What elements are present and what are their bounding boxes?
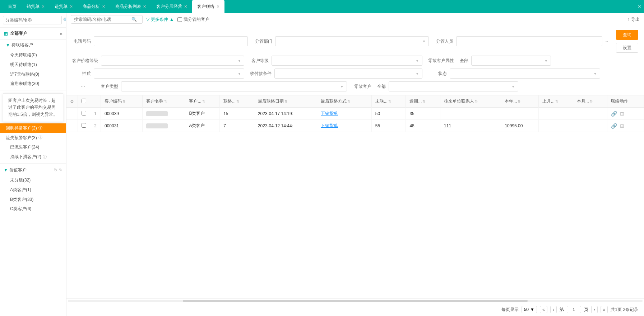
nav-product-analysis[interactable]: 商品分析 ×	[78, 0, 110, 13]
retail-attr-select[interactable]: ▼	[471, 56, 551, 66]
nature-select[interactable]: ▼	[94, 69, 244, 79]
my-customer-checkbox[interactable]: 我分管的客户	[177, 16, 209, 23]
th-contact[interactable]: 联络... ⇅	[220, 95, 254, 108]
row2-grid-icon[interactable]: ⊞	[620, 123, 624, 129]
sidebar-item-a-class[interactable]: A类客户(1)	[0, 185, 66, 195]
pagination-bar: 每页显示 50 ▼ « ‹ 第 页 › » 共1页 2条记录	[66, 303, 644, 316]
close-product-analysis[interactable]: ×	[102, 0, 105, 13]
phone-input[interactable]	[94, 36, 248, 46]
wait-contact-group[interactable]: ▼ 待联络客户	[0, 40, 66, 50]
sidebar-item-ungrouped[interactable]: 未分组(32)	[0, 175, 66, 185]
row1-name	[143, 108, 185, 120]
refresh-icon[interactable]: ↻	[54, 168, 57, 173]
close-customer-stratification[interactable]: ×	[184, 0, 187, 13]
nav-home[interactable]: 首页	[3, 0, 22, 13]
next-page-btn[interactable]: ›	[591, 306, 598, 313]
first-page-btn[interactable]: «	[540, 306, 547, 313]
close-all-btn[interactable]: ×	[638, 3, 641, 10]
more-conditions-btn[interactable]: ▽ 更多条件 ▲	[146, 16, 174, 23]
filter-search-icon[interactable]: 🔍	[131, 17, 137, 22]
sort-icon-this-year: ⇅	[518, 99, 520, 103]
sidebar-search-icon[interactable]: 🔍	[63, 18, 66, 23]
close-sales-order[interactable]: ×	[42, 0, 45, 13]
settings-btn[interactable]: 设置	[616, 43, 638, 53]
th-name[interactable]: 客户名称 ⇅	[143, 95, 185, 108]
th-overdue[interactable]: 逾期... ⇅	[406, 95, 440, 108]
retail-cust-arrow: ▼	[511, 85, 515, 89]
filter-row-1: 电话号码 分管部门 ▼ 分管人员 ··· 查询 设置	[72, 30, 638, 53]
person-input[interactable]	[456, 36, 602, 46]
row1-last-method[interactable]: 下销货单	[317, 108, 372, 120]
payment-select[interactable]: ▼	[274, 69, 422, 79]
sidebar-item-repeat-abnormal[interactable]: 回购异常客户(2) ⓘ	[0, 123, 66, 133]
all-customers-header[interactable]: ⊞ 全部客户 »	[0, 28, 66, 40]
row1-link-icon[interactable]: 🔗	[611, 111, 617, 117]
collapse-sidebar-icon[interactable]: »	[60, 31, 62, 37]
th-category[interactable]: 客户... ⇅	[185, 95, 220, 108]
row2-index: 2	[90, 120, 101, 132]
payment-arrow: ▼	[416, 72, 419, 76]
scroll-thumb[interactable]	[183, 300, 528, 302]
row2-checkbox-input[interactable]	[82, 123, 86, 128]
th-uncontacted[interactable]: 未联... ⇅	[371, 95, 406, 108]
sidebar-item-b-class[interactable]: B类客户(33)	[0, 195, 66, 204]
filter-search-input[interactable]	[74, 17, 131, 22]
row1-grid-icon[interactable]: ⊞	[620, 111, 624, 117]
th-this-month[interactable]: 本月... ⇅	[573, 95, 607, 108]
dept-select[interactable]: ▼	[275, 36, 429, 46]
nav-customer-stratification[interactable]: 客户分层经营 ×	[151, 0, 192, 13]
row2-last-method[interactable]: 下销货单	[317, 120, 372, 132]
my-customer-checkbox-input[interactable]	[177, 17, 182, 22]
th-index	[90, 95, 101, 108]
prev-page-btn[interactable]: ‹	[550, 306, 557, 313]
th-settings[interactable]: ⚙	[66, 95, 78, 108]
sidebar-item-c-class[interactable]: C类客户(6)	[0, 204, 66, 214]
th-unit-contact[interactable]: 往来单位联系人 ⇅	[440, 95, 501, 108]
nav-sales-order[interactable]: 销货单 ×	[22, 0, 50, 13]
scroll-track[interactable]	[68, 300, 643, 302]
row2-link-icon[interactable]: 🔗	[611, 123, 617, 129]
customer-table: ⚙ 客户编码 ⇅ 客户名称	[66, 95, 644, 132]
row2-method-link[interactable]: 下销货单	[321, 123, 338, 128]
edit-icon[interactable]: ✎	[59, 168, 62, 173]
person-dots-btn[interactable]: ···	[602, 39, 610, 44]
select-all-checkbox[interactable]	[82, 99, 86, 103]
price-level-select[interactable]: ▼	[101, 56, 244, 66]
close-customer-contact[interactable]: ×	[217, 0, 219, 13]
cust-type-select[interactable]: ▼	[121, 81, 347, 91]
th-last-contact-method[interactable]: 最后联络方式 ⇅	[317, 95, 372, 108]
nav-purchase-order[interactable]: 进货单 ×	[50, 0, 78, 13]
last-page-btn[interactable]: »	[601, 306, 608, 313]
filter-row-2: 客户价格等级 ▼ 客户等级 ▼ 零散客户属性 全部	[72, 56, 638, 66]
nav-product-analysis-list[interactable]: 商品分析列表 ×	[110, 0, 151, 13]
row1-checkbox-input[interactable]	[82, 111, 86, 115]
sidebar-search-input[interactable]	[3, 16, 62, 24]
sidebar-item-overdue[interactable]: 逾期未联络(30)	[0, 79, 66, 89]
th-this-year[interactable]: 本年... ⇅	[501, 95, 539, 108]
export-btn[interactable]: ↑ 导出	[627, 16, 640, 23]
horizontal-scrollbar[interactable]	[66, 298, 644, 303]
content-area: 🔍 ▽ 更多条件 ▲ 我分管的客户 ↑ 导出 电话号码	[66, 13, 644, 316]
row1-method-link[interactable]: 下销货单	[321, 111, 338, 116]
current-page-input[interactable]	[567, 306, 581, 313]
ellipsis-btn[interactable]: ···	[80, 83, 85, 90]
per-page-select[interactable]: 50 ▼	[522, 306, 537, 313]
retail-cust-select[interactable]: ▼	[389, 81, 518, 91]
sort-icon-last-month: ⇅	[555, 99, 558, 103]
th-code[interactable]: 客户编码 ⇅	[101, 95, 143, 108]
th-last-contact-date[interactable]: 最后联络日期 ⇅	[254, 95, 317, 108]
value-customer-group[interactable]: ▼ 价值客户 ↻ ✎	[0, 165, 66, 175]
close-purchase-order[interactable]: ×	[70, 0, 73, 13]
nav-customer-contact[interactable]: 客户联络 ×	[192, 0, 224, 13]
sidebar-item-7days[interactable]: 近7天待联络(0)	[0, 70, 66, 79]
status-select[interactable]: ▼	[450, 69, 600, 79]
cust-level-select[interactable]: ▼	[272, 56, 422, 66]
sidebar-item-already-lost[interactable]: 已流失客户(24)	[0, 142, 66, 152]
th-last-month[interactable]: 上月... ⇅	[538, 95, 573, 108]
sidebar-item-lost-preview[interactable]: 流失预警客户(3) ⓘ	[0, 133, 66, 143]
query-btn[interactable]: 查询	[616, 30, 638, 40]
close-product-analysis-list[interactable]: ×	[143, 0, 146, 13]
sidebar-item-tomorrow[interactable]: 明天待联络(1)	[0, 60, 66, 70]
sidebar-item-today[interactable]: 今天待联络(0)	[0, 50, 66, 60]
sidebar-item-continuous-decline[interactable]: 持续下滑客户(2) ⓘ	[0, 152, 66, 162]
